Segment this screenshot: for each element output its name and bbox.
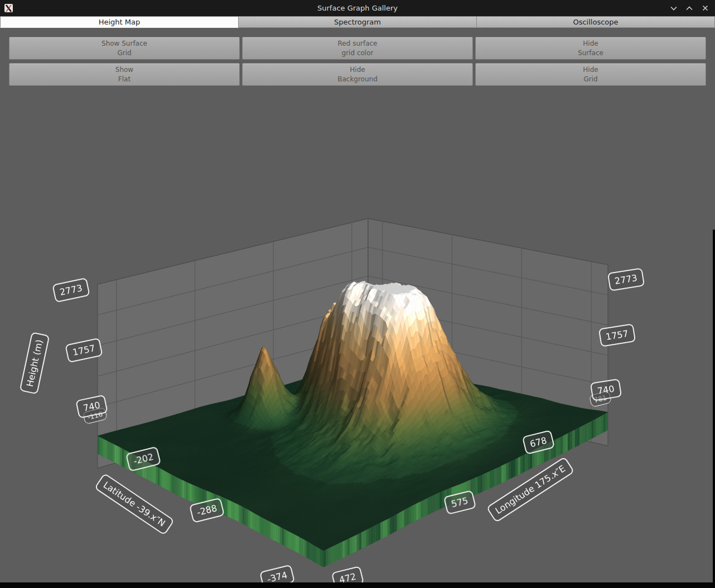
tab-bar: Height Map Spectrogram Oscilloscope xyxy=(0,16,715,28)
button-label: Show xyxy=(115,65,133,75)
screen: Surface Graph Gallery Height Map Spectro… xyxy=(0,0,715,588)
application-window: Surface Graph Gallery Height Map Spectro… xyxy=(0,0,715,582)
button-label: Grid xyxy=(583,75,597,84)
screen-edge xyxy=(0,582,715,588)
button-label: Show Surface xyxy=(102,39,147,48)
surface-grid-color-button[interactable]: Red surface grid color xyxy=(242,37,473,60)
hide-grid-button[interactable]: Hide Grid xyxy=(475,63,706,86)
window-shade-button[interactable] xyxy=(667,2,680,15)
window-maximize-button[interactable] xyxy=(683,2,696,15)
chevron-up-icon xyxy=(686,6,693,11)
screen-edge xyxy=(713,230,715,588)
window-close-button[interactable] xyxy=(698,2,712,15)
chevron-down-icon xyxy=(670,6,677,11)
hide-surface-button[interactable]: Hide Surface xyxy=(475,37,706,60)
tab-height-map[interactable]: Height Map xyxy=(0,16,239,28)
button-label: Hide xyxy=(583,65,598,75)
button-label: Surface xyxy=(578,48,603,58)
button-label: Flat xyxy=(118,75,131,84)
button-label: Red surface xyxy=(338,39,378,48)
close-icon xyxy=(702,5,708,11)
surface-plot: 2773 1757 740 -116 2773 1757 740 781 -20… xyxy=(0,88,715,582)
button-label: Hide xyxy=(350,65,365,75)
button-grid: Show Surface Grid Red surface grid color… xyxy=(9,37,706,86)
window-controls xyxy=(667,0,712,16)
hide-background-button[interactable]: Hide Background xyxy=(242,63,473,86)
button-label: Grid xyxy=(117,48,131,58)
tab-oscilloscope[interactable]: Oscilloscope xyxy=(477,16,715,28)
button-label: Hide xyxy=(583,39,598,48)
window-titlebar: Surface Graph Gallery xyxy=(0,0,715,16)
show-flat-button[interactable]: Show Flat xyxy=(9,63,240,86)
button-label: grid color xyxy=(342,48,374,58)
button-label: Background xyxy=(337,75,378,84)
window-title: Surface Graph Gallery xyxy=(0,0,715,16)
show-surface-grid-button[interactable]: Show Surface Grid xyxy=(9,37,240,60)
tab-spectrogram[interactable]: Spectrogram xyxy=(239,16,477,28)
